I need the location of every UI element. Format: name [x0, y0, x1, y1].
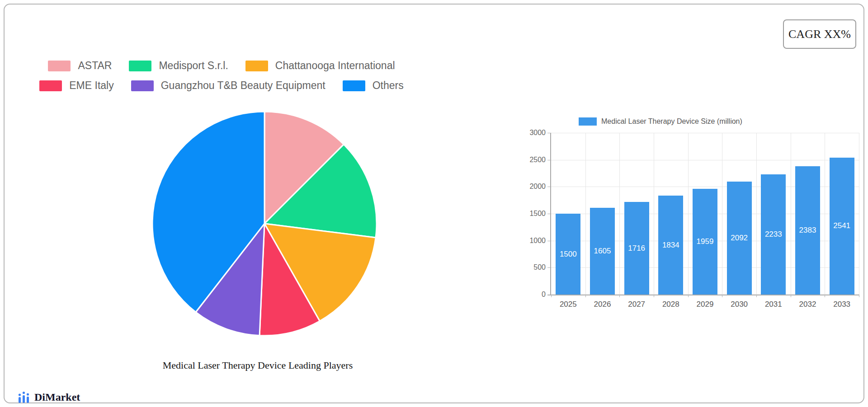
pie-legend-item-chattanooga-international[interactable]: Chattanooga International: [245, 60, 395, 72]
pie-legend: ASTARMedisport S.r.l.Chattanooga Interna…: [5, 60, 439, 99]
bar-value-label: 1716: [628, 244, 645, 253]
bar-legend-swatch: [579, 117, 597, 126]
y-axis-tick: [547, 241, 550, 241]
gridline-horizontal: [551, 160, 859, 160]
y-axis-tick: [547, 133, 550, 133]
gridline-horizontal: [551, 133, 859, 133]
x-axis-tick: [756, 295, 757, 297]
brand-name: DiMarket: [34, 391, 80, 403]
x-axis-label-2028: 2028: [662, 300, 679, 309]
cagr-box: CAGR XX%: [783, 19, 856, 49]
x-axis-label-2027: 2027: [628, 300, 645, 309]
pie-svg: [151, 111, 377, 337]
gridline-vertical: [825, 133, 825, 295]
bar-chart-legend[interactable]: Medical Laser Therapy Device Size (milli…: [579, 117, 742, 126]
y-axis-tick-label: 1000: [519, 237, 546, 245]
y-axis-tick: [547, 160, 550, 160]
legend-label: Others: [373, 80, 404, 92]
y-axis-tick-label: 500: [519, 263, 546, 271]
report-card: CAGR XX% ASTARMedisport S.r.l.Chattanoog…: [4, 4, 864, 403]
bar-value-label: 1605: [594, 247, 611, 256]
legend-swatch: [245, 61, 268, 71]
x-axis-label-2031: 2031: [765, 300, 782, 309]
x-axis-tick: [722, 295, 722, 297]
legend-label: Chattanooga International: [275, 60, 395, 72]
x-axis-tick: [859, 295, 859, 297]
legend-label: ASTAR: [78, 60, 112, 72]
x-axis-line: [547, 295, 859, 295]
pie-legend-row: ASTARMedisport S.r.l.Chattanooga Interna…: [5, 60, 439, 72]
gridline-vertical: [722, 133, 722, 295]
x-axis-tick: [551, 295, 552, 297]
gridline-vertical: [859, 133, 859, 295]
gridline-vertical: [619, 133, 620, 295]
pie-chart: [151, 111, 377, 337]
pie-legend-item-guangzhou-t-b-beauty-equipment[interactable]: Guangzhou T&B Beauty Equipment: [131, 80, 326, 92]
bar-legend-label: Medical Laser Therapy Device Size (milli…: [601, 117, 742, 126]
pie-legend-item-astar[interactable]: ASTAR: [48, 60, 112, 72]
pie-legend-item-others[interactable]: Others: [343, 80, 404, 92]
bar-value-label: 1834: [662, 241, 679, 250]
gridline-vertical: [688, 133, 689, 295]
y-axis-tick: [547, 214, 550, 214]
bar-value-label: 2092: [731, 234, 748, 243]
x-axis-tick: [688, 295, 689, 297]
bar-value-label: 1959: [697, 237, 714, 246]
pie-legend-item-medisport-s-r-l[interactable]: Medisport S.r.l.: [129, 60, 228, 72]
x-axis-tick: [585, 295, 586, 297]
bar-value-label: 1500: [560, 250, 577, 259]
x-axis-tick: [791, 295, 791, 297]
y-axis-tick-label: 0: [519, 290, 546, 299]
x-axis-label-2026: 2026: [594, 300, 611, 309]
x-axis-label-2030: 2030: [731, 300, 748, 309]
y-axis-tick: [547, 295, 550, 295]
x-axis-label-2025: 2025: [560, 300, 577, 309]
legend-swatch: [129, 61, 151, 71]
y-axis-tick: [547, 187, 550, 187]
y-axis-tick-label: 1500: [519, 210, 546, 218]
brand-footer: DiMarket: [17, 390, 80, 404]
legend-label: Guangzhou T&B Beauty Equipment: [161, 80, 326, 92]
bar-value-label: 2383: [799, 226, 816, 235]
bar-value-label: 2541: [833, 221, 850, 230]
y-axis-tick-label: 2000: [519, 182, 546, 191]
x-axis-tick: [825, 295, 825, 297]
x-axis-tick: [619, 295, 620, 297]
legend-label: EME Italy: [69, 80, 113, 92]
pie-legend-item-eme-italy[interactable]: EME Italy: [39, 80, 113, 92]
brand-bar-chart-icon: [17, 390, 31, 404]
y-axis-tick-label: 3000: [519, 129, 546, 137]
legend-label: Medisport S.r.l.: [159, 60, 228, 72]
gridline-vertical: [791, 133, 791, 295]
bar-value-label: 2233: [765, 230, 782, 239]
gridline-vertical: [585, 133, 586, 295]
pie-legend-row: EME ItalyGuangzhou T&B Beauty EquipmentO…: [5, 80, 439, 92]
x-axis-label-2029: 2029: [697, 300, 714, 309]
cagr-label: CAGR XX%: [788, 28, 851, 41]
y-axis-tick-label: 2500: [519, 156, 546, 164]
x-axis-tick: [654, 295, 654, 297]
legend-swatch: [39, 80, 62, 91]
legend-swatch: [343, 80, 365, 91]
gridline-vertical: [756, 133, 757, 295]
report-page: CAGR XX% ASTARMedisport S.r.l.Chattanoog…: [0, 0, 868, 407]
y-axis-tick: [547, 267, 550, 268]
gridline-vertical: [654, 133, 654, 295]
legend-swatch: [48, 61, 71, 71]
x-axis-label-2033: 2033: [833, 300, 850, 309]
bar-chart-plot-area: 0500100015002000250030001500202516052026…: [551, 133, 859, 295]
x-axis-label-2032: 2032: [799, 300, 816, 309]
legend-swatch: [131, 80, 154, 91]
pie-chart-title: Medical Laser Therapy Device Leading Pla…: [99, 360, 416, 371]
